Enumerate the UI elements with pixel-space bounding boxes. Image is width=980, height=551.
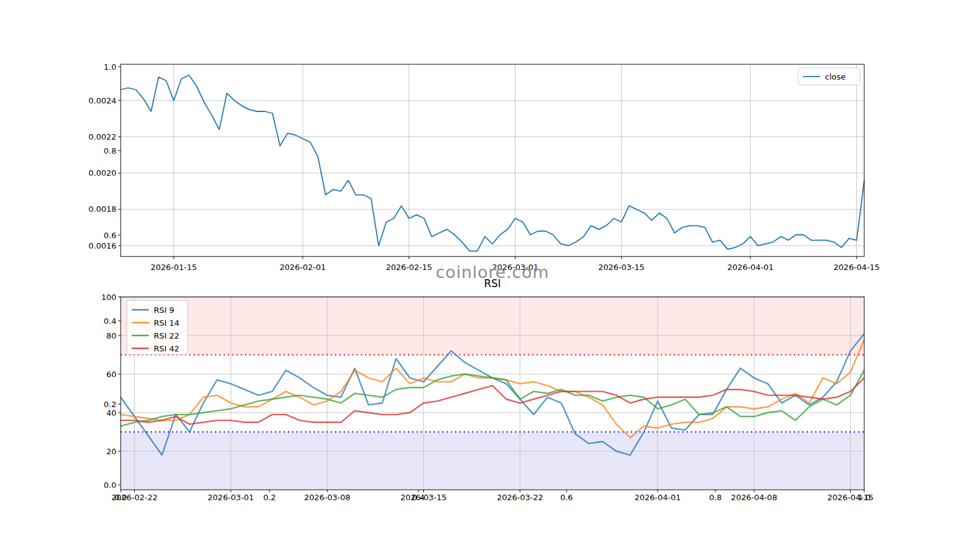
price-x-tick-label: 2026-02-15 — [386, 263, 432, 272]
rsi-x-tick-label: 2026-03-08 — [304, 493, 350, 502]
rsi-22-legend-label: RSI 22 — [154, 331, 179, 340]
chart-figure: 2026-01-152026-02-012026-02-152026-03-01… — [0, 0, 980, 551]
close-line — [121, 75, 864, 251]
rsi-x-tick-label: 2026-03-01 — [208, 493, 254, 502]
price-overlay-y-tick-label: 0.6 — [104, 231, 116, 240]
price-overlay-y-tick-label: 1.0 — [104, 62, 116, 72]
rsi-overlay-x-tick-label: 0.8 — [709, 493, 722, 502]
rsi-y-tick-label: 20 — [106, 447, 116, 456]
price-x-tick-label: 2026-04-15 — [834, 263, 880, 272]
price-x-tick-label: 2026-01-15 — [151, 263, 197, 272]
rsi-overlay-x-tick-label: 0.2 — [263, 493, 276, 502]
price-axes-border — [121, 64, 864, 257]
rsi-chart-title: RSI — [484, 277, 501, 290]
oversold-zone — [121, 432, 864, 490]
rsi-overlay-x-tick-label: 0.6 — [560, 493, 573, 502]
rsi-overlay-x-tick-label: 0.0 — [115, 493, 127, 502]
rsi-9-legend-label: RSI 9 — [154, 305, 175, 315]
rsi-y-tick-label: 40 — [106, 408, 116, 418]
rsi-x-tick-label: 2026-04-01 — [635, 493, 681, 502]
rsi-42-legend-label: RSI 42 — [154, 344, 179, 353]
rsi-14-legend-label: RSI 14 — [154, 318, 179, 328]
rsi-overlay-y-tick-label: 0.0 — [104, 481, 116, 490]
price-y-tick-label: 0.0016 — [89, 241, 117, 250]
rsi-overlay-x-tick-label: 0.4 — [412, 493, 425, 502]
rsi-y-tick-label: 100 — [101, 293, 116, 302]
rsi-overlay-y-tick-label: 0.4 — [104, 317, 116, 326]
rsi-y-tick-label: 80 — [106, 331, 116, 340]
price-y-tick-label: 0.0020 — [89, 168, 117, 178]
price-y-tick-label: 0.0022 — [89, 132, 117, 141]
rsi-overlay-x-tick-label: 1.0 — [858, 493, 871, 502]
price-x-tick-label: 2026-02-01 — [280, 263, 326, 272]
rsi-22-line — [121, 370, 864, 426]
rsi-overlay-y-tick-label: 0.2 — [104, 400, 116, 409]
overbought-zone — [121, 297, 864, 355]
price-x-tick-label: 2026-03-15 — [598, 263, 645, 272]
price-y-tick-label: 0.0024 — [89, 96, 117, 105]
rsi-x-tick-label: 2026-04-08 — [731, 493, 777, 502]
close-legend-label: close — [825, 72, 845, 81]
price-overlay-y-tick-label: 0.8 — [104, 146, 116, 156]
price-x-tick-label: 2026-04-01 — [727, 263, 774, 272]
price-y-tick-label: 0.0018 — [89, 204, 117, 214]
rsi-y-tick-label: 60 — [106, 370, 116, 379]
rsi-x-tick-label: 2026-03-22 — [497, 493, 543, 502]
